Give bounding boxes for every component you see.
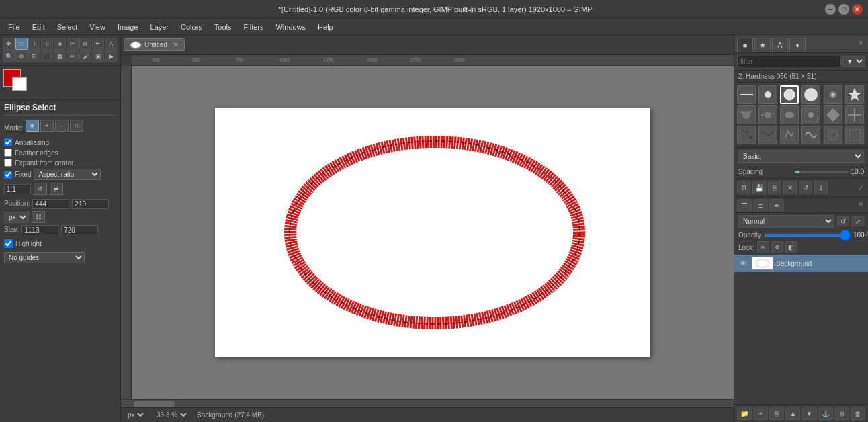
canvas-wrapper[interactable] [132,66,734,399]
brush-texture-6[interactable] [845,126,864,144]
layer-duplicate-btn[interactable]: ⎘ [769,407,784,420]
brush-tool-import[interactable]: ⤓ [814,181,828,194]
layer-visibility-btn[interactable]: 👁 [737,257,749,269]
mode-intersect[interactable]: ∩ [70,120,83,132]
tool-pencil[interactable]: ✏ [67,50,79,62]
maximize-button[interactable]: □ [838,4,849,15]
brush-tool-refresh[interactable]: ↺ [799,181,812,194]
spacing-slider[interactable] [795,171,849,173]
panel-close-btn[interactable]: ✕ [856,38,865,47]
tool-select-by-color[interactable]: ◈ [54,38,66,50]
layer-down-btn[interactable]: ▼ [802,407,817,420]
tool-paint-bucket[interactable]: ⬛ [41,50,53,62]
tool-airbrush[interactable]: ▶ [105,50,117,62]
menu-windows[interactable]: Windows [270,22,311,32]
lock-pixels-btn[interactable]: ✏ [757,241,769,253]
brush-hard-medium[interactable] [780,85,799,104]
x-position-input[interactable] [32,199,69,209]
layer-merge-btn[interactable]: ⊕ [834,407,849,420]
panel-tab-brushes[interactable]: ■ [737,38,753,52]
antialiasing-checkbox[interactable] [4,138,12,146]
position-chain-btn[interactable]: ⛓ [32,211,45,223]
tool-free-select[interactable]: ⌇ [28,38,40,50]
layer-tab-paths[interactable]: ✒ [769,199,784,212]
menu-layer[interactable]: Layer [145,22,175,32]
lock-move-btn[interactable]: ✥ [771,241,783,253]
fixed-checkbox[interactable] [4,171,12,179]
layer-mode-extra[interactable]: ⤢ [852,216,864,226]
brush-panel-expand[interactable]: ⤢ [856,183,865,192]
menu-edit[interactable]: Edit [27,22,50,32]
tool-eraser[interactable]: ▣ [92,50,104,62]
brush-splat-1[interactable] [737,106,756,124]
brush-texture-2[interactable] [758,126,777,144]
layer-mode-select[interactable]: Normal Dissolve Multiply Screen [738,215,834,228]
tool-fuzzy-select[interactable]: ⊹ [41,38,53,50]
ratio-reset-btn[interactable]: ↺ [34,183,47,195]
layer-tab-layers[interactable]: ☰ [737,199,752,212]
menu-filters[interactable]: Filters [238,22,269,32]
scrollbar-horizontal[interactable] [121,399,734,407]
basic-select[interactable]: Basic, [738,150,864,163]
tool-scissors[interactable]: ✂ [67,38,79,50]
mode-add[interactable]: + [40,120,54,132]
zoom-select[interactable]: 33.3 % [154,411,189,419]
brush-splat-2[interactable] [758,106,777,124]
tool-pointer[interactable]: ✥ [3,38,15,50]
brush-tool-delete[interactable]: ✕ [783,181,797,194]
brush-texture-1[interactable] [737,126,756,144]
highlight-checkbox[interactable] [4,239,13,248]
unit-select[interactable]: px % [4,212,29,223]
filter-dropdown[interactable]: ▼ [842,56,865,67]
tab-close-btn[interactable]: ✕ [173,40,179,49]
menu-colors[interactable]: Colors [175,22,208,32]
menu-image[interactable]: Image [112,22,144,32]
feather-edges-checkbox[interactable] [4,149,12,157]
layer-item-background[interactable]: 👁 Background [734,255,868,273]
brush-texture-5[interactable] [824,126,842,144]
brush-splat-3[interactable] [780,106,799,124]
brush-hard-small[interactable] [758,85,777,104]
menu-file[interactable]: File [3,22,26,32]
tool-color-picker[interactable]: 🔍 [3,50,15,62]
layer-up-btn[interactable]: ▲ [785,407,800,420]
opacity-slider[interactable] [764,234,851,237]
y-position-input[interactable] [72,199,109,209]
layer-new-btn[interactable]: + [753,407,768,420]
background-color[interactable] [12,77,27,91]
filter-input[interactable] [737,56,841,67]
tool-ellipse-select[interactable]: ⬭ [15,38,28,50]
layer-tab-channels[interactable]: ≡ [753,199,768,212]
brush-splat-4[interactable] [801,106,820,124]
panel-tab-diamond[interactable]: ♦ [789,38,806,52]
brush-tool-duplicate[interactable]: ⎘ [768,181,781,194]
menu-select[interactable]: Select [52,22,83,32]
brush-soft[interactable] [824,85,842,104]
layer-delete-btn[interactable]: 🗑 [851,407,865,420]
close-button[interactable]: ✕ [852,4,863,15]
ratio-input[interactable] [4,184,31,194]
brush-cross[interactable] [845,106,864,124]
menu-tools[interactable]: Tools [209,22,237,32]
brush-texture-4[interactable] [801,126,820,144]
unit-select-status[interactable]: px [125,411,146,419]
layer-mode-reset[interactable]: ↺ [837,216,849,226]
layer-anchor-btn[interactable]: ⚓ [818,407,833,420]
brush-tool-presets[interactable]: ⚙ [737,181,750,194]
brush-texture-3[interactable] [780,126,799,144]
brush-tool-save[interactable]: 💾 [752,181,766,194]
minimize-button[interactable]: – [825,4,836,15]
tool-measure[interactable]: ⊞ [28,50,40,62]
brush-hard-large[interactable] [801,85,820,104]
mode-subtract[interactable]: - [55,120,69,132]
scrollbar-thumb[interactable] [134,401,175,407]
height-input[interactable] [61,225,98,235]
mode-replace[interactable]: ■ [26,120,39,132]
tool-text[interactable]: A [105,38,117,50]
tool-gradient[interactable]: ▦ [54,50,66,62]
lock-alpha-btn[interactable]: ◧ [785,241,797,253]
brush-line[interactable] [737,85,756,104]
brush-splat-5[interactable] [824,106,842,124]
tool-paths[interactable]: ✒ [92,38,104,50]
fixed-dropdown[interactable]: Aspect ratio Width Height Size [34,169,101,180]
